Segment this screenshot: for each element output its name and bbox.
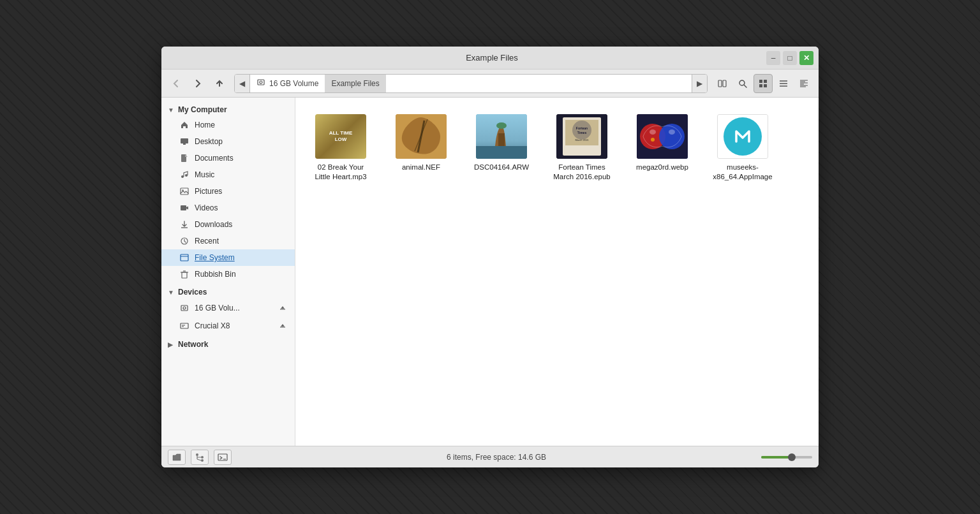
svg-rect-43 [476,146,527,159]
toolbar: ◀ 16 GB Volume Example Files ▶ [161,70,819,98]
pictures-label: Pictures [195,187,222,196]
back-button[interactable] [167,74,186,93]
downloads-label: Downloads [195,220,232,229]
sidebar-item-home[interactable]: Home [161,117,295,133]
view-list-button[interactable] [774,74,793,93]
sidebar-item-recent[interactable]: Recent [161,233,295,249]
statusbar-btn-folder[interactable] [168,450,186,465]
videos-icon [179,203,189,213]
file-item-epub[interactable]: Fortean Times March 2016 Fortean Times M… [547,108,617,188]
sidebar-section-network: ▶ Network [161,337,295,351]
mycomputer-chevron: ▼ [168,106,175,114]
svg-rect-24 [181,188,188,195]
recent-icon [179,236,189,246]
svg-point-62 [201,456,204,459]
svg-rect-26 [181,205,186,210]
close-button[interactable]: ✕ [799,51,813,65]
minimize-button[interactable]: – [766,51,780,65]
file-name-epub: Fortean Times March 2016.epub [551,163,613,182]
sidebar-mycomputer-header[interactable]: ▼ My Computer [161,103,295,117]
home-icon [179,120,189,130]
sidebar-item-videos[interactable]: Videos [161,200,295,216]
file-grid: ALL TIMELOW 02 Break Your Little Heart.m… [306,108,808,188]
svg-rect-20 [183,143,186,145]
svg-rect-34 [181,305,188,311]
svg-point-58 [669,129,675,135]
svg-rect-36 [181,323,188,328]
sidebar-item-16gb[interactable]: 16 GB Volu... [161,299,295,317]
breadcrumb-folder-label: Example Files [331,79,379,88]
filesystem-label: File System [195,253,235,262]
svg-point-63 [201,459,204,462]
file-name-arw: DSC04164.ARW [474,163,529,172]
svg-rect-29 [181,254,188,261]
svg-point-35 [183,307,186,309]
sidebar-item-documents[interactable]: Documents [161,150,295,166]
sidebar-item-crucialx8[interactable]: Crucial X8 [161,317,295,335]
zoom-track[interactable] [761,456,812,459]
network-label: Network [178,340,208,349]
music-label: Music [195,170,214,179]
file-thumb-arw [476,114,527,159]
up-button[interactable] [210,74,229,93]
music-icon [179,170,189,180]
search-button[interactable] [733,74,752,93]
window-title: Example Files [218,53,766,62]
file-item-webp[interactable]: megaz0rd.webp [627,108,697,188]
svg-rect-2 [718,80,722,87]
file-name-nef: animal.NEF [402,163,440,172]
file-manager-window: Example Files – □ ✕ ◀ [161,47,819,467]
recent-label: Recent [195,237,219,246]
svg-rect-53 [565,146,598,156]
maximize-button[interactable]: □ [783,51,797,65]
sidebar-item-filesystem[interactable]: File System [161,249,295,266]
sidebar-network-header[interactable]: ▶ Network [161,337,295,351]
zoom-area [761,456,812,459]
rubbish-icon [179,269,189,279]
svg-text:March 2016: March 2016 [575,138,589,142]
museeks-icon [724,117,762,156]
breadcrumb-volume-label: 16 GB Volume [269,79,318,88]
crucialx8-icon [179,321,189,331]
sidebar-item-rubbish[interactable]: Rubbish Bin [161,266,295,283]
sidebar-item-downloads[interactable]: Downloads [161,216,295,233]
file-item-nef[interactable]: animal.NEF [386,108,456,188]
documents-icon [179,153,189,163]
svg-point-22 [181,175,184,178]
view-columns-button[interactable] [794,74,813,93]
sidebar-item-music[interactable]: Music [161,166,295,183]
file-name-webp: megaz0rd.webp [636,163,688,172]
statusbar-btn-tree[interactable] [191,450,209,465]
toolbar-right [713,74,813,93]
file-item-mp3[interactable]: ALL TIMELOW 02 Break Your Little Heart.m… [306,108,376,188]
titlebar: Example Files – □ ✕ [161,47,819,70]
statusbar: 6 items, Free space: 14.6 GB [161,446,819,467]
mycomputer-label: My Computer [178,105,227,114]
file-item-appimage[interactable]: museeks-x86_64.AppImage [708,108,778,188]
zoom-thumb[interactable] [788,453,796,461]
sidebar-item-pictures[interactable]: Pictures [161,183,295,200]
breadcrumb-volume[interactable]: 16 GB Volume [250,75,325,92]
eject-16gb-button[interactable] [277,302,288,314]
toggle-split-button[interactable] [713,74,732,93]
breadcrumb-left-arrow[interactable]: ◀ [235,75,250,92]
svg-point-59 [651,138,655,142]
downloads-icon [179,219,189,230]
sidebar-item-desktop[interactable]: Desktop [161,133,295,150]
file-thumb-nef [396,114,447,159]
sidebar-devices-header[interactable]: ▼ Devices [161,285,295,299]
statusbar-btn-terminal[interactable] [214,450,232,465]
statusbar-info: 6 items, Free space: 14.6 GB [237,453,756,462]
eject-crucialx8-button[interactable] [277,320,288,332]
svg-point-51 [572,121,591,140]
forward-button[interactable] [188,74,207,93]
file-item-arw[interactable]: DSC04164.ARW [466,108,537,188]
file-thumb-epub: Fortean Times March 2016 [556,114,607,159]
desktop-label: Desktop [195,137,223,146]
sidebar: ▼ My Computer Home [161,98,295,446]
breadcrumb-right-arrow[interactable]: ▶ [692,75,707,92]
volume-16gb-label: 16 GB Volu... [195,304,240,312]
view-grid-button[interactable] [754,74,773,93]
documents-label: Documents [195,154,234,163]
breadcrumb-folder[interactable]: Example Files [325,75,385,92]
